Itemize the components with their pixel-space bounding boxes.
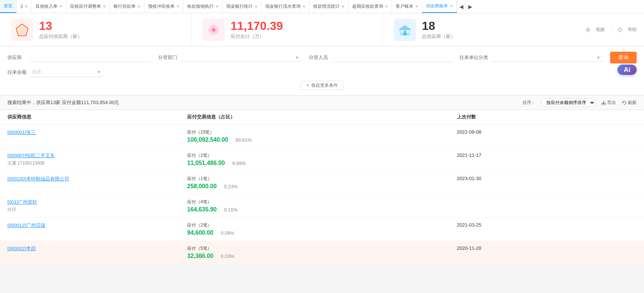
table-row[interactable]: [001]广州荣轩 仔仔 应付（4笔） 164,635.90 0.15% — [0, 194, 644, 218]
ai-badge[interactable]: Ai — [617, 65, 637, 75]
trans-info-6: 应付（5笔） 32,366.00 0.03% — [187, 245, 457, 259]
nav-tab-cash-bank-stat-close[interactable]: ✕ — [255, 4, 258, 8]
trans-label-1: 应付（15笔） — [187, 129, 457, 135]
export-button[interactable]: 导出 — [601, 100, 616, 106]
trans-pct-2: 9.89% — [232, 161, 246, 166]
nav-tab-cash-bank-flow-close[interactable]: ✕ — [302, 4, 305, 8]
table-row[interactable]: [000007]恒旺二手叉车 王通 17106110000 应付（2笔） 11,… — [0, 148, 644, 171]
search-field-person: 分管人员 — [309, 53, 452, 62]
nav-tab-3-close[interactable]: ✕ — [25, 4, 28, 8]
person-input[interactable] — [331, 53, 452, 62]
nav-tab-prepay-collect-close[interactable]: ✕ — [176, 4, 179, 8]
stat-number-ap-total: 11,170.39 — [231, 20, 283, 32]
stat-icon-store — [394, 19, 416, 41]
supplier-info-6: [000002]李四 — [7, 245, 187, 252]
nav-tab-cash-bank-stat-label: 现金银行统计 — [226, 3, 253, 10]
nav-tab-collect-verify[interactable]: 收款核销执行 ✕ — [183, 0, 223, 13]
search-button[interactable]: 查询 — [610, 52, 637, 63]
result-info: 搜索结果中，供应商13家 应付金额111,703,854.00元 — [7, 99, 119, 106]
refresh-button[interactable]: 刷新 — [622, 100, 637, 106]
nav-tab-overdue-collect[interactable]: 超期应收款查询 ✕ — [349, 0, 392, 13]
search-field-dept: 分管部门 ▼ — [158, 54, 301, 62]
table-row[interactable]: [000012]广州贝瑞 应付（2笔） 94,600.00 0.08% 2021… — [0, 218, 644, 241]
nav-tab-supplier-account-close[interactable]: ✕ — [450, 4, 453, 8]
nav-tab-collect-stat[interactable]: 收款情况统计 ✕ — [309, 0, 349, 13]
dept-label: 分管部门 — [158, 54, 177, 61]
nav-tab-prepay-collect[interactable]: 预收冲应收单 ✕ — [144, 0, 183, 13]
stat-card-total-suppliers: 18 总供应商（家） — [383, 13, 574, 46]
stat-card-ap-total: 11,170.39 应付合计（万） — [192, 13, 383, 46]
export-icon — [601, 100, 606, 105]
supplier-link-1[interactable]: [000001]张三 — [7, 129, 187, 136]
nav-tab-bank-deposit-close[interactable]: ✕ — [137, 4, 140, 8]
supplier-link-3[interactable]: [000100]本特勒油品有限公司 — [7, 176, 187, 182]
stat-icon-diamond — [11, 19, 33, 41]
nav-tab-collect-stat-close[interactable]: ✕ — [342, 4, 344, 8]
nav-tab-other-income-close[interactable]: ✕ — [59, 4, 62, 8]
supplier-info-3: [000100]本特勒油品有限公司 — [7, 176, 187, 182]
stat-number-suppliers-payable: 13 — [39, 20, 82, 32]
balance-select[interactable]: 选择... ▼ — [29, 67, 103, 77]
nav-tab-supplier-account[interactable]: 供应商账本 ✕ — [422, 0, 457, 13]
table-header: 供应商信息 应付交易信息（占比） 上次付数 — [0, 110, 644, 125]
search-row-2: 往来余额 选择... ▼ — [7, 67, 637, 77]
refresh-label: 刷新 — [628, 100, 637, 106]
trans-amount-6: 32,366.00 — [187, 253, 213, 259]
video-link[interactable]: 视频 — [586, 27, 605, 33]
nav-tab-3-label: 3 — [20, 4, 23, 9]
stat-label-suppliers-payable: 总应付供应商（家） — [39, 33, 82, 40]
dept-select[interactable]: ▼ — [180, 54, 301, 62]
trans-label-2: 应付（2笔） — [187, 152, 457, 159]
supplier-sub-2: 王通 17106110000 — [7, 160, 187, 166]
nav-tab-overdue-collect-close[interactable]: ✕ — [385, 4, 388, 8]
category-select[interactable]: ▼ — [491, 54, 603, 62]
nav-tab-3[interactable]: 3 ✕ — [17, 0, 32, 13]
nav-tab-ap-adjust-label: 应收应付调整单 — [70, 3, 101, 10]
sort-select[interactable]: 按应付余额倒序排序 — [542, 98, 595, 107]
stats-bar: 13 总应付供应商（家） 11,170.39 应付合计（万） — [0, 13, 644, 46]
trans-info-3: 应付（1笔） 258,000.00 0.23% — [187, 176, 457, 190]
table-row[interactable]: [000100]本特勒油品有限公司 应付（1笔） 258,000.00 0.23… — [0, 171, 644, 194]
table-row[interactable]: [000001]张三 应付（15笔） 100,092,540.00 89.61%… — [0, 125, 644, 148]
nav-tab-ap-adjust-close[interactable]: ✕ — [103, 4, 106, 8]
nav-scroll-left[interactable]: ◀ — [457, 0, 466, 13]
trans-pct-6: 0.03% — [221, 254, 234, 259]
nav-tab-ap-adjust[interactable]: 应收应付调整单 ✕ — [66, 0, 110, 13]
nav-tab-supplier-account-label: 供应商账本 — [426, 3, 448, 9]
nav-tab-customer-account[interactable]: 客户账本 ✕ — [392, 0, 422, 13]
nav-tab-bank-deposit[interactable]: 银行存款单 ✕ — [110, 0, 144, 13]
nav-tab-home-label: 首页 — [4, 3, 13, 9]
nav-tab-cash-bank-flow-label: 现金银行流水查询 — [265, 3, 301, 10]
nav-tab-customer-account-close[interactable]: ✕ — [415, 4, 418, 8]
nav-tab-home[interactable]: 首页 — [0, 0, 17, 13]
trans-amount-3: 258,000.00 — [187, 183, 217, 190]
supplier-link-5[interactable]: [000012]广州贝瑞 — [7, 222, 187, 229]
col-header-supplier: 供应商信息 — [7, 114, 187, 120]
trans-pct-5: 0.08% — [221, 230, 234, 236]
sort-label: 排序： — [522, 100, 536, 106]
help-link[interactable]: ? 帮助 — [618, 27, 637, 33]
nav-scroll-right[interactable]: ▶ — [466, 0, 475, 13]
nav-tab-cash-bank-flow[interactable]: 现金银行流水查询 ✕ — [262, 0, 309, 13]
trans-label-3: 应付（1笔） — [187, 176, 457, 182]
svg-marker-13 — [399, 25, 411, 30]
svg-text:?: ? — [620, 29, 621, 31]
supplier-input[interactable] — [29, 53, 151, 62]
col-header-lastpay: 上次付数 — [457, 114, 637, 120]
trans-amount-5: 94,600.00 — [187, 230, 213, 236]
collapse-button[interactable]: ∧ 收起更多条件 — [301, 81, 343, 90]
table-row[interactable]: [000002]李四 应付（5笔） 32,366.00 0.03% 2020-1… — [0, 241, 644, 264]
nav-tab-collect-verify-close[interactable]: ✕ — [216, 4, 218, 8]
export-label: 导出 — [607, 100, 616, 106]
nav-tab-cash-bank-stat[interactable]: 现金银行统计 ✕ — [223, 0, 262, 13]
trans-amount-1: 100,092,540.00 — [187, 137, 228, 143]
nav-tab-other-income[interactable]: 其他收入单 ✕ — [32, 0, 66, 13]
supplier-link-2[interactable]: [000007]恒旺二手叉车 — [7, 152, 187, 159]
supplier-link-6[interactable]: [000002]李四 — [7, 245, 187, 252]
nav-tab-other-income-label: 其他收入单 — [35, 3, 57, 10]
search-field-supplier: 供应商 — [7, 53, 151, 62]
category-label: 往来单位分类 — [459, 54, 488, 61]
supplier-info-1: [000001]张三 — [7, 129, 187, 136]
supplier-info-4: [001]广州荣轩 仔仔 — [7, 199, 187, 213]
supplier-link-4[interactable]: [001]广州荣轩 — [7, 199, 187, 206]
